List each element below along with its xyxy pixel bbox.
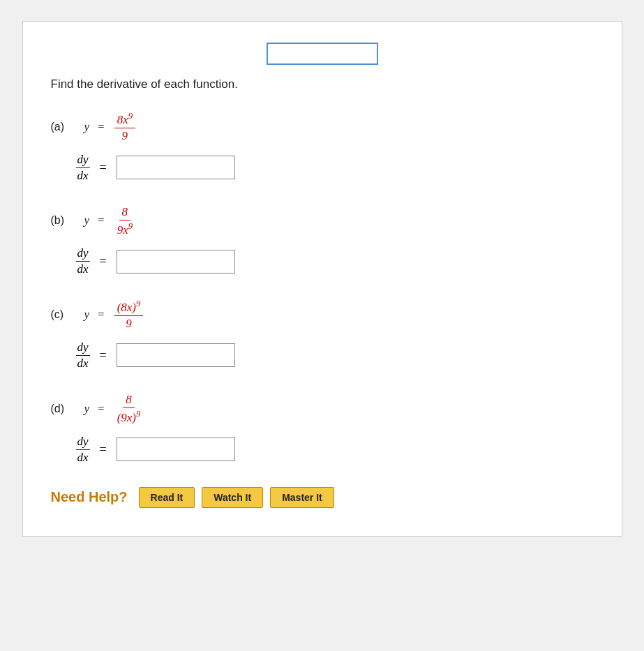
part-a-dy: dy (76, 153, 90, 168)
part-c-dx: dx (76, 356, 90, 371)
part-b-label-row: (b) y = 8 9x9 (51, 205, 594, 237)
part-d-fraction: 8 (9x)9 (114, 393, 144, 425)
part-c-fraction: (8x)9 9 (114, 299, 144, 331)
part-a-fraction: 8x9 9 (114, 111, 135, 143)
part-c-input[interactable] (117, 343, 235, 367)
part-c-dy-dx: dy dx (76, 341, 90, 371)
part-c-answer-row: dy dx = (76, 341, 594, 371)
part-c-numerator: (8x)9 (114, 299, 144, 316)
part-a-denominator: 9 (119, 128, 131, 143)
part-b-numerator: 8 (119, 205, 131, 220)
part-b-input[interactable] (117, 250, 235, 274)
part-d-label-row: (d) y = 8 (9x)9 (51, 393, 594, 425)
part-d-y: y (84, 402, 90, 416)
part-b-denominator: 9x9 (114, 220, 135, 237)
part-c-equation: y = (8x)9 9 (84, 299, 145, 331)
part-d: (d) y = 8 (9x)9 dy dx = (51, 393, 594, 465)
part-a-equals: = (98, 120, 105, 134)
part-b-y: y (84, 214, 90, 227)
part-b-fraction: 8 9x9 (114, 205, 135, 237)
part-d-dx: dx (76, 450, 90, 465)
part-d-equation: y = 8 (9x)9 (84, 393, 145, 425)
part-b: (b) y = 8 9x9 dy dx = (51, 205, 594, 277)
top-input-area (51, 43, 594, 65)
part-a-input[interactable] (117, 156, 235, 179)
part-a-equation: y = 8x9 9 (84, 111, 137, 143)
read-it-button[interactable]: Read It (139, 487, 195, 508)
part-d-input[interactable] (117, 437, 235, 461)
part-a-numerator: 8x9 (114, 111, 135, 128)
main-container: Find the derivative of each function. (a… (22, 21, 622, 537)
part-c-label: (c) (51, 308, 76, 321)
part-d-dy-dx: dy dx (76, 435, 90, 465)
part-c-denominator: 9 (123, 316, 135, 331)
part-a-dy-dx: dy dx (76, 153, 90, 183)
part-a-label: (a) (51, 121, 76, 133)
part-b-equation: y = 8 9x9 (84, 205, 137, 237)
part-b-answer-equals: = (100, 254, 107, 269)
master-it-button[interactable]: Master It (270, 487, 334, 508)
need-help-label: Need Help? (51, 489, 128, 505)
part-b-label: (b) (51, 214, 76, 227)
part-d-equals: = (98, 402, 105, 416)
part-a-label-row: (a) y = 8x9 9 (51, 111, 594, 143)
part-a-dx: dx (76, 168, 90, 183)
part-c-label-row: (c) y = (8x)9 9 (51, 299, 594, 331)
top-input[interactable] (267, 43, 378, 65)
part-a-answer-row: dy dx = (76, 153, 594, 183)
part-c-equals: = (98, 308, 105, 322)
part-a-answer-equals: = (100, 160, 107, 175)
part-d-denominator: (9x)9 (114, 408, 144, 425)
part-b-dy: dy (76, 246, 90, 262)
part-c-answer-equals: = (100, 348, 107, 363)
part-a-y: y (84, 120, 90, 134)
part-d-label: (d) (51, 403, 76, 415)
part-d-answer-equals: = (100, 442, 107, 457)
part-d-answer-row: dy dx = (76, 435, 594, 465)
watch-it-button[interactable]: Watch It (202, 487, 263, 508)
part-a: (a) y = 8x9 9 dy dx = (51, 111, 594, 183)
problem-title: Find the derivative of each function. (51, 77, 594, 91)
part-b-dy-dx: dy dx (76, 246, 90, 276)
part-c: (c) y = (8x)9 9 dy dx = (51, 299, 594, 371)
part-b-answer-row: dy dx = (76, 246, 594, 276)
part-d-dy: dy (76, 435, 90, 450)
part-d-numerator: 8 (123, 393, 135, 408)
need-help-row: Need Help? Read It Watch It Master It (51, 487, 594, 508)
part-b-equals: = (98, 214, 105, 227)
part-b-dx: dx (76, 262, 90, 276)
part-c-dy: dy (76, 341, 90, 356)
part-c-y: y (84, 308, 90, 322)
